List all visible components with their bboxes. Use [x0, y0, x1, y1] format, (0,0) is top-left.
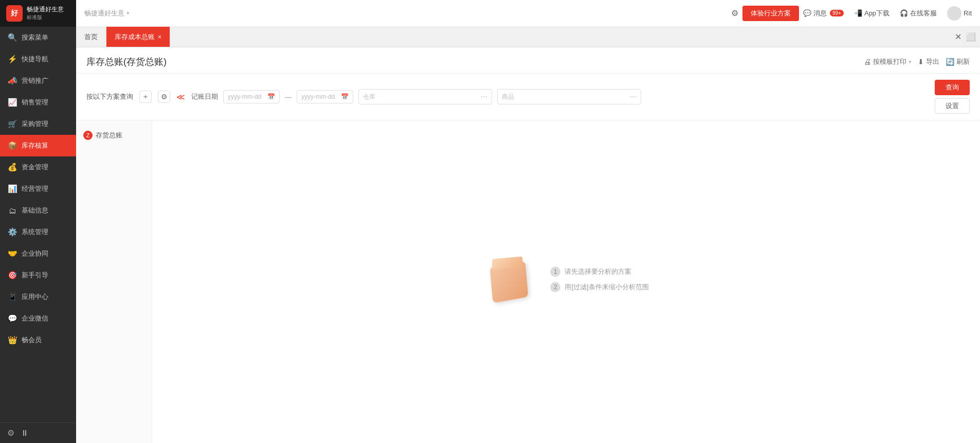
scheme-sidebar: Z 存货总账: [76, 120, 152, 443]
topbar-right: 💬 消息 99+ 📲 App下载 🎧 在线客服 Rit: [803, 6, 972, 21]
sidebar-item-marketing[interactable]: 📣 营销推广: [0, 70, 76, 92]
sidebar-item-wechat[interactable]: 💬 企业微信: [0, 308, 76, 329]
app-download-item[interactable]: 📲 App下载: [854, 9, 890, 18]
warehouse-placeholder: 仓库: [363, 93, 375, 101]
page-content: 库存总账(存货总账) 🖨 按模板打印 ▾ ⬇ 导出 🔄 刷新 按以下方案查询: [76, 47, 980, 443]
date-start-input[interactable]: yyyy-mm-dd 📅: [223, 90, 280, 103]
finance-icon: 💰: [7, 162, 17, 172]
sidebar-item-vip[interactable]: 👑 畅会员: [0, 329, 76, 351]
tip1-text: 请先选择要分析的方案: [565, 267, 631, 276]
message-icon: 💬: [803, 9, 811, 17]
sidebar-item-appstore[interactable]: 📱 应用中心: [0, 286, 76, 308]
sidebar-item-quicknav[interactable]: ⚡ 快捷导航: [0, 48, 76, 70]
sidebar-item-label: 库存核算: [22, 141, 48, 150]
main-area: 畅捷通好生意 ▾ ⚙ 体验行业方案 💬 消息 99+ 📲 App下载 🎧 在线客…: [76, 0, 980, 443]
print-btn[interactable]: 🖨 按模板打印 ▾: [864, 57, 912, 66]
tab-inventory-ledger[interactable]: 库存成本总账 ×: [106, 27, 170, 47]
avatar: [947, 6, 961, 21]
date-start-placeholder: yyyy-mm-dd: [228, 93, 261, 100]
topbar: 畅捷通好生意 ▾ ⚙ 体验行业方案 💬 消息 99+ 📲 App下载 🎧 在线客…: [76, 0, 980, 27]
sales-icon: 📈: [7, 97, 17, 108]
refresh-icon: 🔄: [946, 58, 954, 66]
page-header: 库存总账(存货总账) 🖨 按模板打印 ▾ ⬇ 导出 🔄 刷新: [76, 47, 980, 74]
tab-close-icon[interactable]: ×: [158, 33, 161, 41]
marketing-icon: 📣: [7, 76, 17, 86]
tab-expand-icon[interactable]: ⬜: [966, 32, 976, 42]
logo-icon: 好: [6, 5, 23, 22]
tab-close-all-icon[interactable]: ✕: [955, 32, 961, 42]
guide-icon: 🎯: [7, 270, 17, 280]
print-label: 按模板打印: [873, 57, 906, 66]
empty-state: 1 请先选择要分析的方案 2 用[过滤]条件来缩小分析范围: [152, 120, 980, 443]
system-icon: ⚙️: [7, 227, 17, 237]
user-name: Rit: [964, 9, 972, 17]
tab-home-label: 首页: [84, 32, 98, 42]
sidebar-item-system[interactable]: ⚙️ 系统管理: [0, 221, 76, 243]
sidebar-item-enterprise[interactable]: 🤝 企业协同: [0, 243, 76, 264]
filter-area: 按以下方案查询 ＋ ⚙ ≪ 记账日期 yyyy-mm-dd 📅 — yyyy-m…: [76, 74, 980, 120]
query-btn[interactable]: 查询: [935, 80, 970, 95]
scheme-panel: Z 存货总账 1 请先选择要分析的方案 2 用[过滤]条件来缩小分析范围: [76, 120, 980, 443]
scheme-item-icon: Z: [83, 131, 93, 140]
filter-add-btn[interactable]: ＋: [139, 91, 152, 103]
refresh-label: 刷新: [956, 57, 970, 66]
sidebar-item-label: 采购管理: [22, 119, 48, 129]
online-consult-item[interactable]: 🎧 在线客服: [900, 9, 937, 18]
sidebar-item-sales[interactable]: 📈 销售管理: [0, 92, 76, 113]
industry-btn[interactable]: 体验行业方案: [742, 6, 799, 21]
column-settings-btn[interactable]: 设置: [935, 98, 970, 114]
online-consult-label: 在线客服: [910, 9, 937, 18]
sidebar: 好 畅捷通好生意 标准版 🔍 搜索菜单 ⚡ 快捷导航 📣 营销推广 📈 销售管理…: [0, 0, 76, 443]
sidebar-logo: 好 畅捷通好生意 标准版: [0, 0, 76, 27]
calendar-end-icon[interactable]: 📅: [341, 93, 349, 100]
date-end-input[interactable]: yyyy-mm-dd 📅: [297, 90, 353, 103]
settings-footer-icon[interactable]: ⚙: [7, 428, 14, 438]
sidebar-item-search[interactable]: 🔍 搜索菜单: [0, 27, 76, 48]
message-badge: 99+: [830, 10, 844, 16]
filter-label: 按以下方案查询: [86, 92, 133, 101]
tip2-number: 2: [550, 282, 560, 292]
message-item[interactable]: 💬 消息 99+: [803, 9, 844, 18]
empty-tip-2: 2 用[过滤]条件来缩小分析范围: [550, 282, 648, 292]
sidebar-item-label: 企业协同: [22, 249, 48, 258]
empty-illustration: [483, 256, 535, 308]
breadcrumb: 畅捷通好生意 ▾: [84, 9, 725, 18]
operation-icon: 📊: [7, 184, 17, 194]
refresh-btn[interactable]: 🔄 刷新: [946, 57, 970, 66]
calendar-start-icon[interactable]: 📅: [267, 93, 275, 100]
logo-text: 畅捷通好生意: [27, 6, 64, 14]
scheme-item-inventory-ledger[interactable]: Z 存货总账: [76, 126, 152, 145]
sidebar-item-label: 营销推广: [22, 76, 48, 85]
sidebar-item-inventory[interactable]: 📦 库存核算: [0, 135, 76, 156]
purchase-icon: 🛒: [7, 119, 17, 129]
sidebar-item-purchase[interactable]: 🛒 采购管理: [0, 113, 76, 135]
sidebar-item-label: 畅会员: [22, 335, 42, 345]
date-field-label: 记账日期: [191, 92, 218, 101]
product-selector[interactable]: 商品 ···: [497, 89, 641, 104]
filter-row: 记账日期 yyyy-mm-dd 📅 — yyyy-mm-dd 📅 仓库 ··· …: [191, 89, 929, 104]
empty-tip-1: 1 请先选择要分析的方案: [550, 267, 648, 277]
app-download-label: App下载: [864, 9, 890, 18]
empty-tips: 1 请先选择要分析的方案 2 用[过滤]条件来缩小分析范围: [550, 267, 648, 297]
inventory-icon: 📦: [7, 140, 17, 151]
sidebar-item-basic[interactable]: 🗂 基础信息: [0, 200, 76, 221]
user-item[interactable]: Rit: [947, 6, 972, 21]
sound-footer-icon[interactable]: ⏸: [21, 429, 29, 438]
warehouse-selector[interactable]: 仓库 ···: [358, 89, 492, 104]
sidebar-item-label: 系统管理: [22, 227, 48, 237]
filter-collapse-btn[interactable]: ≪: [176, 92, 185, 102]
export-btn[interactable]: ⬇ 导出: [918, 57, 939, 66]
filter-scheme-settings-btn[interactable]: ⚙: [158, 91, 170, 103]
tab-home[interactable]: 首页: [76, 27, 106, 47]
sidebar-item-guide[interactable]: 🎯 新手引导: [0, 264, 76, 286]
sidebar-item-label: 销售管理: [22, 98, 48, 107]
scheme-item-label: 存货总账: [96, 131, 122, 140]
tabbar-right: ✕ ⬜: [955, 32, 980, 42]
sidebar-nav: 🔍 搜索菜单 ⚡ 快捷导航 📣 营销推广 📈 销售管理 🛒 采购管理 📦 库存核…: [0, 27, 76, 422]
sidebar-item-operation[interactable]: 📊 经营管理: [0, 178, 76, 200]
topbar-settings-icon[interactable]: ⚙: [731, 8, 738, 18]
logo-sub: 标准版: [27, 14, 64, 21]
basic-icon: 🗂: [7, 205, 17, 216]
sidebar-item-finance[interactable]: 💰 资金管理: [0, 156, 76, 178]
filter-actions: 查询 设置: [935, 80, 970, 114]
